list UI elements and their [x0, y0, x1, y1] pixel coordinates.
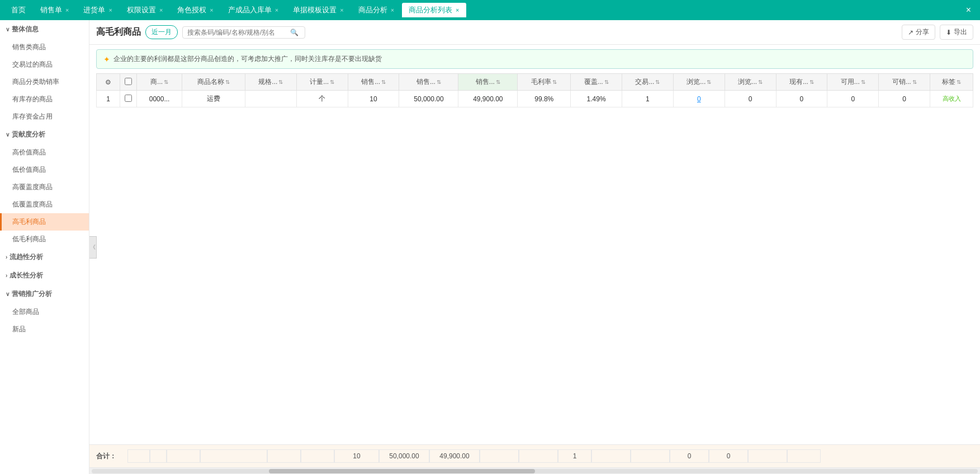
- sidebar-item-low-margin[interactable]: 低毛利商品: [0, 231, 89, 248]
- sidebar-item-low-value[interactable]: 低价值商品: [0, 161, 89, 179]
- row-spec: [245, 91, 296, 107]
- overall-group-label: 整体信息: [12, 25, 39, 34]
- col-sales-qty[interactable]: 销售... ⇅: [348, 74, 399, 91]
- row-unit: 个: [296, 91, 348, 107]
- nav-template[interactable]: 单据模板设置 ×: [286, 3, 350, 17]
- footer-available: 0: [709, 449, 748, 463]
- table-container[interactable]: ⚙ 商... ⇅ 商品名称: [96, 73, 973, 444]
- nav-production-close[interactable]: ×: [275, 7, 278, 13]
- col-gross-margin[interactable]: 毛利率 ⇅: [518, 74, 571, 91]
- sidebar-group-contribution[interactable]: ∨ 贡献度分析: [0, 125, 89, 144]
- sidebar-group-growth[interactable]: › 成长性分析: [0, 266, 89, 285]
- nav-home[interactable]: 首页: [4, 3, 32, 17]
- nav-analytics-list[interactable]: 商品分析列表 ×: [402, 3, 466, 17]
- nav-sales[interactable]: 销售单 ×: [34, 3, 75, 17]
- col-current-qty[interactable]: 现有... ⇅: [776, 74, 827, 91]
- nav-sales-close[interactable]: ×: [65, 7, 69, 13]
- sort-icon: ⇅: [496, 79, 500, 85]
- sidebar-collapse-button[interactable]: 《: [89, 236, 97, 259]
- sidebar-item-high-value[interactable]: 高价值商品: [0, 144, 89, 161]
- top-navigation: 首页 销售单 × 进货单 × 权限设置 × 角色授权 × 产成品入库单 × 单据…: [0, 0, 980, 20]
- search-icon[interactable]: 🔍: [290, 29, 299, 36]
- table-footer: 合计： 10 50,000.00 49,900.00 1 0 0: [89, 444, 980, 467]
- sidebar-item-low-coverage[interactable]: 低覆盖度商品: [0, 196, 89, 213]
- horizontal-scrollbar[interactable]: [89, 467, 980, 474]
- sidebar-item-category-rate[interactable]: 商品分类助销率: [0, 73, 89, 91]
- col-checkbox[interactable]: [120, 74, 137, 91]
- nav-home-label: 首页: [11, 5, 26, 15]
- sort-icon: ⇅: [604, 79, 609, 85]
- sidebar-item-new-goods[interactable]: 新品: [0, 321, 89, 338]
- col-browse1[interactable]: 浏览... ⇅: [673, 74, 725, 91]
- nav-permission-close[interactable]: ×: [159, 7, 163, 13]
- sidebar-item-in-stock[interactable]: 有库存的商品: [0, 91, 89, 108]
- nav-analytics-list-label: 商品分析列表: [409, 5, 452, 15]
- nav-production-label: 产成品入库单: [228, 5, 272, 15]
- col-transactions[interactable]: 交易... ⇅: [622, 74, 674, 91]
- sidebar-item-all-goods[interactable]: 全部商品: [0, 303, 89, 321]
- scrollbar-thumb[interactable]: [269, 469, 535, 473]
- sidebar-group-overall[interactable]: ∨ 整体信息: [0, 20, 89, 39]
- table-row[interactable]: 1 0000... 运费 个 10 50,000.00 49,900.00 99…: [97, 91, 973, 107]
- sidebar-item-traded-goods[interactable]: 交易过的商品: [0, 56, 89, 73]
- export-button[interactable]: ⬇ 导出: [940, 25, 973, 40]
- search-input[interactable]: [187, 29, 288, 36]
- footer-empty4: [200, 449, 267, 463]
- col-code[interactable]: 商... ⇅: [137, 74, 182, 91]
- data-table: ⚙ 商... ⇅ 商品名称: [96, 73, 973, 107]
- sidebar-item-stock-capital[interactable]: 库存资金占用: [0, 108, 89, 125]
- footer-transactions: 1: [558, 449, 591, 463]
- filter-recent-month-button[interactable]: 近一月: [145, 25, 178, 39]
- sidebar-item-high-coverage[interactable]: 高覆盖度商品: [0, 179, 89, 196]
- col-spec[interactable]: 规格... ⇅: [245, 74, 296, 91]
- select-all-checkbox[interactable]: [125, 78, 132, 85]
- nav-purchase-close[interactable]: ×: [108, 7, 112, 13]
- scrollbar-track[interactable]: [92, 469, 978, 473]
- nav-analytics-close[interactable]: ×: [391, 7, 394, 13]
- sort-icon: ⇅: [278, 79, 283, 85]
- share-button[interactable]: ↗ 分享: [902, 25, 935, 40]
- row-select-checkbox[interactable]: [125, 95, 132, 102]
- contribution-arrow-icon: ∨: [6, 132, 10, 138]
- content-header: 高毛利商品 近一月 🔍 ↗ 分享 ⬇ 导出: [89, 20, 980, 45]
- table-header-row: ⚙ 商... ⇅ 商品名称: [97, 74, 973, 91]
- nav-role-close[interactable]: ×: [210, 7, 213, 13]
- marketing-group-label: 营销推广分析: [12, 289, 52, 299]
- search-box: 🔍: [182, 26, 305, 39]
- nav-analytics[interactable]: 商品分析 ×: [352, 3, 401, 17]
- row-browse1[interactable]: 0: [673, 91, 725, 107]
- sort-icon: ⇅: [655, 79, 660, 85]
- growth-group-label: 成长性分析: [10, 271, 43, 280]
- info-icon: ✦: [103, 55, 110, 64]
- footer-label: 合计：: [96, 452, 116, 461]
- col-sales-amt[interactable]: 销售... ⇅: [399, 74, 458, 91]
- sidebar-item-high-margin[interactable]: 高毛利商品: [0, 213, 89, 231]
- col-saleable[interactable]: 可销... ⇅: [879, 74, 930, 91]
- col-unit[interactable]: 计量... ⇅: [296, 74, 348, 91]
- banner-text: 企业的主要的利润都是这部分商品创造的，可考虑加大推广，同时关注库存是不要出现缺货: [113, 54, 382, 64]
- nav-purchase[interactable]: 进货单 ×: [77, 3, 119, 17]
- nav-template-close[interactable]: ×: [340, 7, 343, 13]
- nav-sales-label: 销售单: [40, 5, 62, 15]
- col-available[interactable]: 可用... ⇅: [827, 74, 879, 91]
- nav-permission[interactable]: 权限设置 ×: [120, 3, 169, 17]
- col-tag[interactable]: 标签 ⇅: [930, 74, 973, 91]
- col-browse2[interactable]: 浏览... ⇅: [725, 74, 776, 91]
- col-sales-profit[interactable]: 销售... ⇅: [458, 74, 518, 91]
- sidebar-group-trend[interactable]: › 流趋性分析: [0, 248, 89, 266]
- trend-group-label: 流趋性分析: [10, 252, 43, 262]
- col-name[interactable]: 商品名称 ⇅: [182, 74, 245, 91]
- row-checkbox[interactable]: [120, 91, 137, 107]
- row-gross-margin: 99.8%: [518, 91, 571, 107]
- sort-icon: ⇅: [330, 79, 334, 85]
- nav-analytics-list-close[interactable]: ×: [456, 7, 459, 13]
- content-area: 《 高毛利商品 近一月 🔍 ↗ 分享 ⬇ 导出 ✦: [89, 20, 980, 474]
- sort-icon: ⇅: [758, 79, 763, 85]
- col-settings[interactable]: ⚙: [97, 74, 120, 91]
- sidebar-item-sales-goods[interactable]: 销售类商品: [0, 39, 89, 56]
- col-coverage[interactable]: 覆盖... ⇅: [571, 74, 622, 91]
- nav-role[interactable]: 角色授权 ×: [171, 3, 220, 17]
- nav-production[interactable]: 产成品入库单 ×: [221, 3, 285, 17]
- window-close-button[interactable]: ×: [962, 5, 976, 15]
- sidebar-group-marketing[interactable]: ∨ 营销推广分析: [0, 285, 89, 303]
